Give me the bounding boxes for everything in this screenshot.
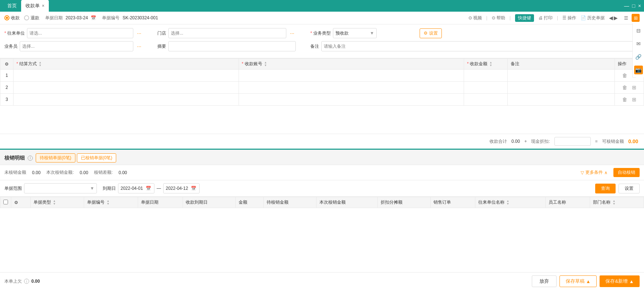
select-all-checkbox[interactable] xyxy=(3,200,8,204)
bottom-table-wrapper: ⚙ 单据类型 ▲▼ 单据编号 ▲▼ 单据日期 收款到期日 xyxy=(0,197,644,272)
operation-btn[interactable]: ☰ 操作 xyxy=(562,15,576,21)
side-table-icon[interactable]: ⊟ xyxy=(634,26,643,35)
row-3-remark[interactable] xyxy=(508,94,615,106)
due-date-label: 到期日 xyxy=(103,185,116,192)
current-value: 0.00 xyxy=(80,170,88,175)
view-grid-icon[interactable]: ⊞ xyxy=(632,14,640,22)
row-2-copy-icon[interactable]: ⊞ xyxy=(631,84,638,91)
store-field: 门店 ··· xyxy=(157,28,296,38)
operation-icon: ☰ xyxy=(562,15,566,20)
tab-pending-label: 待核销单据(0笔) xyxy=(40,155,71,160)
calendar-icon[interactable]: 📅 xyxy=(91,15,96,20)
shortcut-btn[interactable]: 快捷键 xyxy=(515,14,534,22)
tab-done[interactable]: 已核销单据(0笔) xyxy=(77,153,117,162)
tab-done-label: 已核销单据(0笔) xyxy=(81,155,113,160)
store-input[interactable] xyxy=(168,28,286,38)
verification-info-icon[interactable]: i xyxy=(28,156,33,161)
side-camera-icon[interactable]: 📷 xyxy=(634,66,643,74)
receipt-table-wrapper: ⚙ * 结算方式 ▲▼ * 收款账号 ▲▼ * 收款金额 xyxy=(0,58,644,134)
row-3-settlement[interactable] xyxy=(13,94,239,106)
row-3-delete-icon[interactable]: 🗑 xyxy=(621,96,628,103)
bottom-header-settings[interactable]: ⚙ xyxy=(11,197,31,208)
doc-no-value: SK-20230324-001 xyxy=(122,15,158,20)
form-settings-btn[interactable]: ⚙ 设置 xyxy=(420,28,442,38)
save-draft-label: 保存草稿 xyxy=(566,278,585,285)
business-type-select[interactable]: 预收款 ▼ xyxy=(333,28,377,38)
row-3-amount[interactable] xyxy=(464,94,508,106)
row-1-account[interactable] xyxy=(239,70,464,82)
store-more-btn[interactable]: ··· xyxy=(288,30,296,36)
row-2-amount[interactable] xyxy=(464,82,508,94)
doc-range-select[interactable]: ▼ xyxy=(24,183,97,193)
counterpart-label: * 往来单位 xyxy=(4,30,25,36)
bottom-settings-btn[interactable]: 设置 xyxy=(619,184,640,193)
save-new-btn[interactable]: 保存&新增 ▲ xyxy=(600,275,640,287)
row-2-delete-icon[interactable]: 🗑 xyxy=(621,84,628,91)
date-dash: — xyxy=(157,186,161,191)
counterpart-more-btn[interactable]: ··· xyxy=(136,30,143,36)
bottom-header-department: 部门名称 ▲▼ xyxy=(590,197,644,208)
help-btn[interactable]: ⊙ 帮助 xyxy=(492,15,505,21)
row-3-copy-icon[interactable]: ⊞ xyxy=(631,96,638,103)
row-1-remark[interactable] xyxy=(508,70,615,82)
history-btn[interactable]: 📄 历史单据 xyxy=(581,15,605,21)
print-icon: 🖨 xyxy=(538,15,543,20)
row-2-action: 🗑 ⊞ xyxy=(615,82,644,94)
auto-verify-btn[interactable]: 自动核销 xyxy=(613,168,640,177)
more-conditions-btn[interactable]: ▽ 更多条件 ∧ xyxy=(581,169,608,176)
side-mail-icon[interactable]: ✉ xyxy=(634,39,643,48)
staff-input[interactable] xyxy=(20,41,133,51)
row-3-num: 3 xyxy=(0,94,13,106)
discount-input[interactable] xyxy=(554,137,591,146)
date-end-input[interactable]: 2022-04-12 📅 xyxy=(163,183,200,193)
bottom-header-counterpart: 往来单位名称 ▲▼ xyxy=(475,197,545,208)
row-1-settlement[interactable] xyxy=(13,70,239,82)
history-icon: 📄 xyxy=(581,15,586,20)
side-link-icon[interactable]: 🔗 xyxy=(634,52,643,61)
remark-field: 备注 xyxy=(310,41,640,51)
business-type-label: * 业务类型 xyxy=(310,30,331,36)
stats-row: 未核销金额 0.00 本次核销金额: 0.00 核销差额: 0.00 ▽ 更多条… xyxy=(0,165,644,180)
window-close-btn[interactable]: × xyxy=(638,3,641,9)
counterpart-input[interactable] xyxy=(27,28,133,38)
doc-range-arrow: ▼ xyxy=(90,186,94,191)
staff-more-btn[interactable]: ··· xyxy=(136,43,143,49)
row-2-remark[interactable] xyxy=(508,82,615,94)
print-btn[interactable]: 🖨 打印 xyxy=(538,15,553,21)
help-icon: ⊙ xyxy=(492,15,495,20)
row-3-account[interactable] xyxy=(239,94,464,106)
save-draft-btn[interactable]: 保存草稿 ▲ xyxy=(559,275,597,287)
tab-receipt-label: 收款单 xyxy=(25,3,40,9)
window-controls: — □ × xyxy=(624,3,641,9)
tab-home[interactable]: 首页 xyxy=(3,0,21,12)
page-value: 0.00 xyxy=(31,279,40,284)
tab-receipt[interactable]: 收款单 × xyxy=(21,0,49,12)
window-max-btn[interactable]: □ xyxy=(632,3,635,9)
radio-receipt[interactable]: 收款 xyxy=(4,15,20,21)
video-btn[interactable]: ⊙ 视频 xyxy=(468,15,482,21)
row-1-delete-icon[interactable]: 🗑 xyxy=(621,72,628,79)
filter-row: 单据范围 ▼ 到期日 2022-04-01 📅 — 2022-04-12 📅 查… xyxy=(0,180,644,197)
remark-input[interactable] xyxy=(321,41,640,51)
abandon-btn[interactable]: 放弃 xyxy=(532,275,557,287)
bottom-header-sales-order: 销售订单 xyxy=(431,197,475,208)
save-arrow-icon: ▲ xyxy=(629,279,634,284)
tab-close-icon[interactable]: × xyxy=(42,3,44,8)
view-list-icon[interactable]: ☰ xyxy=(622,14,630,22)
table-header-settings[interactable]: ⚙ xyxy=(0,59,13,70)
date-start-input[interactable]: 2022-04-01 📅 xyxy=(118,183,154,193)
row-2-account[interactable] xyxy=(239,82,464,94)
summary-label: 摘要 xyxy=(157,43,166,50)
tab-pending[interactable]: 待核销单据(0笔) xyxy=(36,153,75,162)
nav-next[interactable]: ▶ xyxy=(614,15,618,21)
diff-value: 0.00 xyxy=(118,170,127,175)
query-btn[interactable]: 查询 xyxy=(595,184,616,193)
radio-refund[interactable]: 退款 xyxy=(24,15,39,21)
table-header-remark: 备注 xyxy=(508,59,615,70)
window-min-btn[interactable]: — xyxy=(624,3,629,9)
row-1-amount[interactable] xyxy=(464,70,508,82)
summary-input[interactable] xyxy=(168,41,296,51)
nav-prev[interactable]: ◀ xyxy=(609,15,613,21)
row-2-settlement[interactable] xyxy=(13,82,239,94)
bottom-table-checkbox-header[interactable] xyxy=(0,197,11,208)
